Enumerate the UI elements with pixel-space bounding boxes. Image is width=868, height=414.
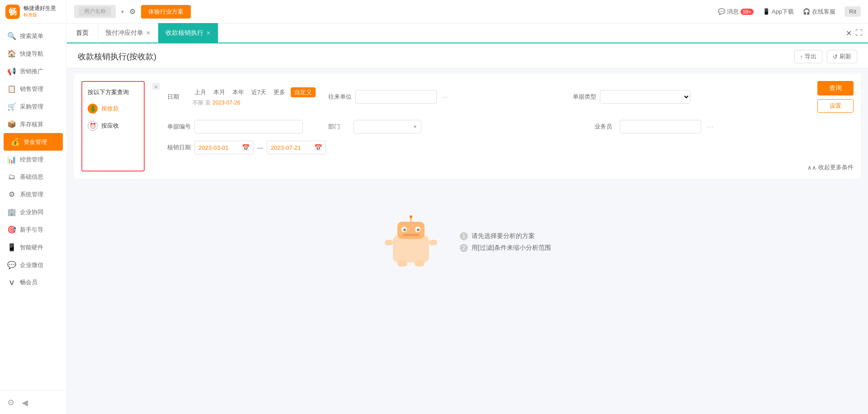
sidebar-item-member[interactable]: V 畅会员 — [0, 274, 66, 291]
tab-home-label: 首页 — [76, 29, 89, 37]
settings-icon[interactable]: ⚙ — [7, 398, 14, 408]
main-area: 用户名称 ▾ ⚙ 体验行业方案 💬 消息 99+ 📱 App下载 🎧 在线客服 … — [67, 0, 868, 414]
counterparty-input[interactable] — [355, 90, 437, 104]
filter-field-date: 日期 上月 本月 本年 近7天 更多 自定义 不限 — [167, 87, 321, 107]
online-service-button[interactable]: 🎧 在线客服 — [803, 8, 835, 16]
topbar-chevron-icon[interactable]: ▾ — [121, 9, 124, 15]
svg-rect-1 — [397, 222, 425, 239]
date-shortcut-7days[interactable]: 近7天 — [250, 87, 268, 97]
filter-field-verify-date: 核销日期 📅 — 📅 — [167, 141, 326, 154]
date-shortcut-list: 上月 本月 本年 近7天 更多 自定义 — [193, 87, 316, 97]
empty-illustration — [384, 215, 438, 269]
verify-date-start-wrap: 📅 — [194, 141, 254, 154]
sidebar-item-guide[interactable]: 🎯 新手引导 — [0, 221, 66, 238]
inventory-icon: 📦 — [7, 120, 16, 128]
empty-state-content: 1 请先选择要分析的方案 2 用[过滤]条件来缩小分析范围 — [384, 215, 551, 269]
collapse-sidebar-icon[interactable]: ◀ — [22, 398, 28, 408]
filter-field-counterparty: 往来单位 ··· — [328, 90, 566, 104]
verify-date-end-wrap: 📅 — [267, 141, 326, 154]
collapse-more-button[interactable]: ∧∧ 收起更多条件 — [807, 163, 854, 171]
verify-date-end-input[interactable] — [271, 144, 311, 151]
sidebar-item-inventory[interactable]: 📦 库存核算 — [0, 115, 66, 133]
sidebar-item-base[interactable]: 🗂 基础信息 — [0, 168, 66, 186]
tab-collection[interactable]: 收款核销执行 ✕ — [158, 23, 218, 43]
filter-form: 日期 上月 本月 本年 近7天 更多 自定义 不限 — [167, 81, 854, 171]
message-icon: 💬 — [718, 8, 725, 15]
counterparty-dots-icon[interactable]: ··· — [440, 92, 451, 102]
filter-collapse-btn[interactable]: » — [152, 83, 160, 90]
staff-input[interactable] — [620, 120, 701, 133]
sidebar-item-label-enterprise: 企业协同 — [20, 208, 43, 216]
sidebar-item-system[interactable]: ⚙ 系统管理 — [0, 186, 66, 203]
sidebar-item-enterprise[interactable]: 🏢 企业协同 — [0, 203, 66, 221]
tab-prepay[interactable]: 预付冲应付单 ✕ — [98, 23, 158, 43]
dept-select[interactable]: ▾ — [354, 120, 421, 133]
calendar-end-icon[interactable]: 📅 — [314, 144, 322, 151]
tab-home[interactable]: 首页 — [67, 23, 98, 43]
export-button[interactable]: ↑ 导出 — [794, 50, 823, 63]
messages-button[interactable]: 💬 消息 99+ — [718, 8, 754, 16]
app-download-button[interactable]: 📱 App下载 — [763, 8, 794, 16]
sidebar-item-search[interactable]: 🔍 搜索菜单 — [0, 27, 66, 45]
calendar-start-icon[interactable]: 📅 — [242, 144, 250, 151]
refresh-button[interactable]: ↺ 刷新 — [827, 50, 857, 63]
online-service-label: 在线客服 — [812, 8, 835, 16]
logo-text-area: 畅捷通好生意 标准版 — [24, 5, 56, 19]
filter-scheme-panel: 按以下方案查询 💲 按收款 ⏰ 按应收 — [81, 81, 145, 171]
wechat-icon: 💬 — [7, 261, 16, 269]
tab-collection-close-icon[interactable]: ✕ — [206, 30, 211, 36]
tab-prepay-label: 预付冲应付单 — [105, 29, 143, 37]
verify-date-range: 📅 — 📅 — [194, 141, 326, 154]
refresh-label: 刷新 — [840, 52, 851, 61]
date-shortcut-custom[interactable]: 自定义 — [291, 87, 316, 97]
filter-field-staff: 业务员 ··· — [594, 120, 854, 133]
user-selector[interactable]: 用户名称 — [74, 5, 116, 18]
sidebar: 畅 畅捷通好生意 标准版 🔍 搜索菜单 🏠 快捷导航 📢 营销推广 📋 销售管理… — [0, 0, 67, 414]
content-area: 收款核销执行(按收款) ↑ 导出 ↺ 刷新 按以下方案查询 💲 按收款 — [67, 43, 868, 414]
close-tab-icon[interactable]: ✕ — [846, 29, 852, 38]
tab-prepay-close-icon[interactable]: ✕ — [146, 30, 151, 36]
date-shortcut-this-month[interactable]: 本月 — [212, 87, 227, 97]
hint-1-number: 1 — [460, 232, 468, 240]
staff-dots-icon[interactable]: ··· — [705, 122, 715, 132]
date-shortcut-more[interactable]: 更多 — [272, 87, 287, 97]
svg-rect-11 — [397, 260, 407, 266]
verify-date-start-input[interactable] — [198, 144, 239, 151]
sidebar-item-finance[interactable]: 💰 资金管理 — [4, 133, 63, 151]
sidebar-item-wechat[interactable]: 💬 企业微信 — [0, 256, 66, 274]
doc-no-input[interactable] — [194, 120, 303, 133]
sidebar-item-label-search: 搜索菜单 — [20, 32, 43, 40]
logo-sub-text: 标准版 — [24, 12, 56, 18]
sidebar-item-sales[interactable]: 📋 销售管理 — [0, 80, 66, 98]
tab-collection-label: 收款核销执行 — [165, 29, 203, 37]
sidebar-item-purchase[interactable]: 🛒 采购管理 — [0, 98, 66, 115]
query-button[interactable]: 查询 — [817, 81, 854, 95]
search-icon: 🔍 — [7, 32, 16, 40]
sidebar-item-quicknav[interactable]: 🏠 快捷导航 — [0, 45, 66, 62]
doc-type-select[interactable] — [600, 90, 690, 104]
doc-no-label: 单据编号 — [167, 123, 191, 131]
receivable-icon: ⏰ — [88, 121, 98, 131]
topbar-gear-icon[interactable]: ⚙ — [129, 7, 136, 16]
sidebar-item-label-sales: 销售管理 — [20, 85, 43, 93]
setting-button[interactable]: 设置 — [817, 99, 854, 113]
doc-type-label: 单据类型 — [573, 93, 596, 101]
filter-option-by-receipt[interactable]: 💲 按收款 — [82, 100, 144, 117]
sidebar-item-marketing[interactable]: 📢 营销推广 — [0, 62, 66, 80]
user-avatar[interactable]: Rit — [844, 6, 861, 17]
sidebar-item-hardware[interactable]: 📱 智能硬件 — [0, 238, 66, 256]
tabbar-controls: ✕ ⛶ — [846, 29, 868, 38]
sidebar-item-operations[interactable]: 📊 经营管理 — [0, 151, 66, 168]
sidebar-item-label-guide: 新手引导 — [20, 226, 43, 234]
date-shortcut-this-year[interactable]: 本年 — [231, 87, 246, 97]
industry-solution-button[interactable]: 体验行业方案 — [141, 5, 191, 19]
app-download-label: App下载 — [772, 8, 794, 16]
download-icon: 📱 — [763, 8, 770, 15]
filter-option-by-receivable[interactable]: ⏰ 按应收 — [82, 117, 144, 134]
sales-icon: 📋 — [7, 85, 16, 93]
empty-hint-1-text: 请先选择要分析的方案 — [472, 232, 535, 240]
date-shortcut-last-month[interactable]: 上月 — [193, 87, 208, 97]
collapse-more-label: 收起更多条件 — [818, 163, 854, 171]
tabbar: 首页 预付冲应付单 ✕ 收款核销执行 ✕ ✕ ⛶ — [67, 24, 868, 43]
expand-tab-icon[interactable]: ⛶ — [855, 29, 863, 37]
